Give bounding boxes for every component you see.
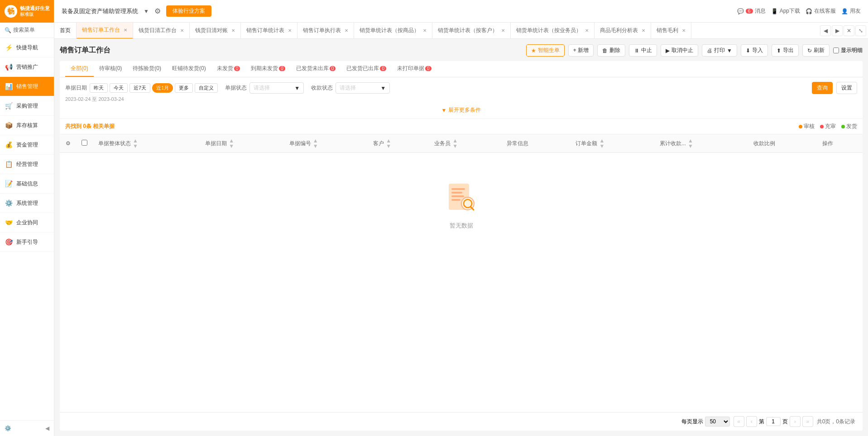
th-status-sort[interactable]: 单据整体状态▲▼ (98, 138, 194, 149)
add-btn[interactable]: + 新增 (568, 44, 594, 57)
tab-close-sales-workbench[interactable]: ✕ (124, 28, 127, 33)
status-select[interactable]: 请选择 ▼ (249, 82, 304, 94)
page-number-input[interactable] (766, 417, 781, 426)
revoke-quick-btn[interactable]: 充审 (820, 123, 836, 130)
tab-close-sales-summary-staff[interactable]: ✕ (585, 28, 589, 33)
tab-sales-stats[interactable]: 销售订单统计表 ✕ (241, 23, 297, 39)
filter-tab-shipped-not-warehoused[interactable]: 已发货未出库0 (291, 61, 341, 77)
sidebar-item-operations[interactable]: 📋 经营管理 (0, 155, 54, 174)
collapse-icon[interactable]: ◀ (45, 425, 49, 431)
date-btn-7days[interactable]: 近7天 (129, 83, 150, 93)
tab-close-sales-summary-customer[interactable]: ✕ (501, 28, 505, 33)
table-summary: 共找到 0条 相关单据 (65, 123, 115, 130)
sidebar-item-marketing[interactable]: 📢 营销推广 (0, 57, 54, 77)
select-all-checkbox[interactable] (82, 140, 87, 146)
tab-product-margin[interactable]: 商品毛利分析表 ✕ (595, 23, 651, 39)
filter-tab-shipped-warehoused[interactable]: 已发货已出库0 (341, 61, 392, 77)
cancel-pause-btn[interactable]: ▶ 取消中止 (661, 44, 698, 57)
display-detail-checkbox[interactable] (833, 47, 839, 53)
display-detail-toggle[interactable]: 显示明细 (833, 47, 863, 54)
query-btn[interactable]: 查询 (812, 82, 833, 94)
dropdown-arrow[interactable]: ▼ (144, 8, 149, 14)
sales-summary-product-tab-label: 销货单统计表（按商品） (360, 27, 419, 34)
th-number-sort[interactable]: 单据编号▲▼ (289, 138, 363, 149)
data-table-wrapper: ⚙ 单据整体状态▲▼ 单据日期▲▼ 单据编号▲▼ 客户▲▼ 业务员▲▼ 异常信息… (60, 134, 863, 412)
first-page-btn[interactable]: « (734, 416, 744, 427)
print-btn[interactable]: 🖨 打印 ▼ (702, 44, 737, 57)
review-quick-btn[interactable]: 审核 (799, 123, 815, 130)
sidebar-item-system[interactable]: ⚙️ 系统管理 (0, 194, 54, 213)
message-btn[interactable]: 💬 6 消息 (737, 7, 766, 15)
tab-scroll-left-btn[interactable]: ◀ (820, 25, 831, 36)
filter-tab-unprinted[interactable]: 未打印单据0 (392, 61, 437, 77)
online-service-btn[interactable]: 🎧 在线客服 (806, 7, 836, 15)
th-staff-sort[interactable]: 业务员▲▼ (434, 138, 496, 149)
tab-close-all-btn[interactable]: ✕ (844, 25, 854, 36)
date-btn-yesterday[interactable]: 昨天 (90, 83, 108, 93)
th-collected-sort[interactable]: 累计收款...▲▼ (660, 138, 743, 149)
th-customer-sort[interactable]: 客户▲▼ (373, 138, 423, 149)
tab-close-product-margin[interactable]: ✕ (642, 28, 645, 33)
tab-scroll-right-btn[interactable]: ▶ (832, 25, 843, 36)
sidebar-item-search[interactable]: 🔍 搜索菜单 (0, 23, 54, 38)
tab-home[interactable]: 首页 (54, 23, 77, 39)
delete-btn[interactable]: 🗑 删除 (597, 44, 625, 57)
import-btn[interactable]: ⬇ 导入 (741, 44, 768, 57)
page-size-dropdown[interactable]: 10 20 50 100 (705, 417, 730, 427)
date-btn-today[interactable]: 今天 (110, 83, 128, 93)
filter-tab-unshipped[interactable]: 未发货0 (211, 61, 246, 77)
sidebar-item-enterprise[interactable]: 🤝 企业协同 (0, 213, 54, 232)
pause-btn[interactable]: ⏸ 中止 (629, 44, 657, 57)
th-checkbox[interactable] (76, 134, 93, 153)
experience-btn[interactable]: 体验行业方案 (166, 5, 211, 17)
tab-sales-summary-product[interactable]: 销货单统计表（按商品） ✕ (354, 23, 432, 39)
payment-status-select[interactable]: 请选择 ▼ (336, 82, 390, 94)
sidebar-item-sales[interactable]: 📊 销售管理 (0, 77, 54, 96)
th-date-sort[interactable]: 单据日期▲▼ (205, 138, 278, 149)
filter-tab-overdue[interactable]: 到期未发货0 (245, 61, 291, 77)
tab-close-sales-stats[interactable]: ✕ (288, 28, 292, 33)
message-icon: 💬 (737, 8, 744, 14)
tab-cash-daily[interactable]: 钱货日清工作台 ✕ (133, 23, 190, 39)
refresh-btn[interactable]: ↻ 刷新 (802, 44, 830, 57)
expand-btn[interactable]: ▼ 展开更多条件 (441, 106, 481, 114)
tab-cash-reconcile[interactable]: 钱货日清对账 ✕ (190, 23, 241, 39)
sidebar-item-purchase[interactable]: 🛒 采购管理 (0, 96, 54, 116)
tab-close-sales-exec[interactable]: ✕ (345, 28, 348, 33)
tab-close-cash-reconcile[interactable]: ✕ (231, 28, 235, 33)
last-page-btn[interactable]: » (802, 416, 813, 427)
sidebar-item-basic[interactable]: 📝 基础信息 (0, 174, 54, 194)
app-download-btn[interactable]: 📱 App下载 (771, 7, 800, 15)
tab-sales-summary-customer[interactable]: 销货单统计表（按客户） ✕ (432, 23, 511, 39)
date-btn-more[interactable]: 更多 (175, 83, 193, 93)
setting-btn[interactable]: 设置 (836, 82, 857, 94)
ship-quick-btn[interactable]: 发货 (841, 123, 857, 130)
tab-sales-exec[interactable]: 销售订单执行表 ✕ (297, 23, 354, 39)
th-amount-sort[interactable]: 订单金额▲▼ (575, 138, 649, 149)
sidebar-item-finance[interactable]: 💰 资金管理 (0, 135, 54, 155)
sidebar-item-guide[interactable]: 🎯 新手引导 (0, 232, 54, 252)
tab-fullscreen-btn[interactable]: ⤡ (855, 25, 866, 36)
tab-close-cash-daily[interactable]: ✕ (180, 28, 184, 33)
export-btn[interactable]: ⬆ 导出 (772, 44, 799, 57)
tab-close-sales-profit[interactable]: ✕ (682, 28, 686, 33)
tab-sales-summary-staff[interactable]: 销货单统计表（按业务员） ✕ (511, 23, 595, 39)
tab-close-sales-summary-product[interactable]: ✕ (423, 28, 427, 33)
tab-sales-profit[interactable]: 销售毛利 ✕ (651, 23, 691, 39)
date-btn-1month[interactable]: 近1月 (152, 83, 173, 93)
user-btn[interactable]: 👤 用友 (841, 7, 861, 15)
date-btn-custom[interactable]: 自定义 (195, 83, 218, 93)
sidebar-item-inventory[interactable]: 📦 库存核算 (0, 116, 54, 135)
settings-gear-icon[interactable]: ⚙ (154, 7, 161, 15)
filter-tab-all[interactable]: 全部(0) (65, 61, 94, 77)
tab-sales-workbench[interactable]: 销售订单工作台 ✕ (77, 23, 133, 39)
filter-tab-pending-inspect[interactable]: 待拣验货(0) (127, 61, 167, 77)
next-page-btn[interactable]: › (790, 416, 801, 427)
filter-tab-pending-review[interactable]: 待审核(0) (94, 61, 128, 77)
filter-tab-wangpu[interactable]: 旺铺待发货(0) (167, 61, 211, 77)
settings-icon[interactable]: ⚙️ (5, 425, 11, 431)
prev-page-btn[interactable]: ‹ (746, 416, 757, 427)
smart-create-btn[interactable]: ★ 智能生单 (526, 44, 565, 57)
th-settings[interactable]: ⚙ (60, 134, 76, 153)
sidebar-item-quick-nav[interactable]: ⚡ 快捷导航 (0, 38, 54, 57)
